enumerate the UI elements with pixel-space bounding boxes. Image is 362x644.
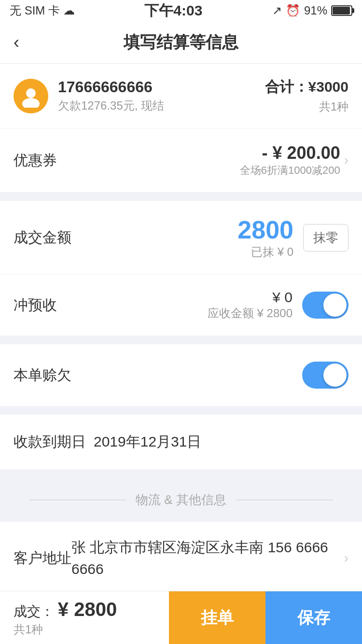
coupon-sub-text: 全场6折满1000减200 bbox=[240, 163, 340, 178]
battery-icon bbox=[331, 5, 352, 16]
address-value: 张 北京市市辖区海淀区永丰南 156 6666 6666 bbox=[71, 536, 340, 580]
pending-button[interactable]: 挂单 bbox=[169, 591, 265, 644]
sim-status: 无 SIM 卡 ☁ bbox=[10, 3, 75, 18]
user-avatar-icon bbox=[19, 84, 42, 108]
total-count: 共1种 bbox=[265, 99, 348, 114]
amount-sub: 已抹 ¥ 0 bbox=[251, 244, 293, 260]
address-section[interactable]: 客户地址 张 北京市市辖区海淀区永丰南 156 6666 6666 › bbox=[0, 522, 362, 594]
page-title: 填写结算等信息 bbox=[124, 31, 238, 54]
address-label: 客户地址 bbox=[14, 548, 71, 568]
status-time: 下午4:03 bbox=[144, 1, 202, 21]
user-total: 合计：¥3000 共1种 bbox=[265, 77, 348, 114]
debt-section: 本单赊欠 bbox=[0, 344, 362, 406]
divider-line-right bbox=[236, 500, 333, 500]
prepay-info: ¥ 0 应收金额 ¥ 2800 bbox=[208, 289, 292, 321]
status-left: 无 SIM 卡 ☁ bbox=[10, 3, 75, 18]
prepay-sub: 应收金额 ¥ 2800 bbox=[208, 306, 292, 321]
coupon-info: - ¥ 200.00 全场6折满1000减200 bbox=[240, 143, 340, 178]
prepay-label: 冲预收 bbox=[14, 295, 208, 315]
user-phone: 17666666666 bbox=[58, 78, 265, 96]
summary-label-row: 成交： ¥ 2800 bbox=[14, 599, 169, 621]
status-bar: 无 SIM 卡 ☁ 下午4:03 ↗ ⏰ 91% bbox=[0, 0, 362, 21]
summary-count: 共1种 bbox=[14, 622, 169, 637]
summary-label: 成交： bbox=[14, 604, 54, 619]
svg-point-0 bbox=[26, 88, 36, 98]
user-row: 17666666666 欠款1276.35元, 现结 合计：¥3000 共1种 bbox=[0, 64, 362, 128]
coupon-discount: - ¥ 200.00 bbox=[240, 143, 340, 163]
debt-toggle[interactable] bbox=[302, 362, 348, 389]
logistics-label: 物流 & 其他信息 bbox=[136, 491, 226, 508]
amount-row: 成交金额 2800 已抹 ¥ 0 抹零 bbox=[0, 201, 362, 275]
save-button[interactable]: 保存 bbox=[265, 591, 362, 644]
svg-point-1 bbox=[22, 98, 40, 108]
debt-label: 本单赊欠 bbox=[14, 365, 302, 385]
due-date-label: 收款到期日 bbox=[14, 432, 86, 452]
coupon-row[interactable]: 优惠券 - ¥ 200.00 全场6折满1000减200 › bbox=[0, 128, 362, 192]
signal-icon: ↗ bbox=[272, 4, 282, 17]
due-date-section: 收款到期日 2019年12月31日 bbox=[0, 415, 362, 469]
total-amount: 合计：¥3000 bbox=[265, 77, 348, 97]
logistics-divider: 物流 & 其他信息 bbox=[0, 478, 362, 522]
coupon-label: 优惠券 bbox=[14, 151, 240, 170]
user-sub-text: 欠款1276.35元, 现结 bbox=[58, 98, 265, 113]
bottom-summary: 成交： ¥ 2800 共1种 bbox=[0, 599, 169, 637]
battery-percent: 91% bbox=[304, 4, 327, 17]
prepay-row: 冲预收 ¥ 0 应收金额 ¥ 2800 bbox=[0, 275, 362, 336]
nav-bar: ‹ 填写结算等信息 bbox=[0, 21, 362, 64]
amount-center: 2800 已抹 ¥ 0 bbox=[237, 215, 293, 260]
prepay-amount: ¥ 0 bbox=[208, 289, 292, 306]
bottom-bar: 成交： ¥ 2800 共1种 挂单 保存 bbox=[0, 591, 362, 644]
status-right: ↗ ⏰ 91% bbox=[272, 4, 352, 17]
divider-line-left bbox=[29, 500, 126, 500]
address-chevron-icon: › bbox=[344, 550, 348, 566]
summary-amount: ¥ 2800 bbox=[58, 599, 117, 620]
amount-label: 成交金额 bbox=[14, 228, 237, 248]
back-button[interactable]: ‹ bbox=[14, 32, 19, 53]
user-info-section: 17666666666 欠款1276.35元, 现结 合计：¥3000 共1种 … bbox=[0, 64, 362, 192]
avatar bbox=[14, 79, 48, 113]
due-date-value: 2019年12月31日 bbox=[94, 432, 201, 452]
round-zero-button[interactable]: 抹零 bbox=[303, 224, 348, 252]
amount-section: 成交金额 2800 已抹 ¥ 0 抹零 冲预收 ¥ 0 应收金额 ¥ 2800 bbox=[0, 201, 362, 336]
alarm-icon: ⏰ bbox=[286, 4, 300, 17]
user-info: 17666666666 欠款1276.35元, 现结 bbox=[58, 78, 265, 113]
chevron-right-icon: › bbox=[344, 153, 348, 168]
amount-value: 2800 bbox=[237, 215, 293, 244]
prepay-toggle[interactable] bbox=[302, 292, 348, 319]
